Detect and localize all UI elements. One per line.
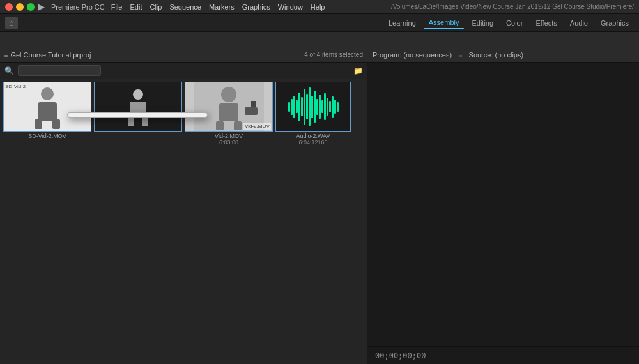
svg-rect-2	[35, 119, 42, 129]
program-monitor-view	[367, 63, 639, 346]
thumb-image	[275, 82, 351, 132]
menu-item-sequence[interactable]: Sequence	[169, 3, 201, 11]
timecode-display: 00;00;00;00	[367, 346, 639, 364]
workspace-tab-color[interactable]: Color	[501, 17, 528, 29]
minimize-button[interactable]	[16, 3, 24, 11]
svg-rect-4	[133, 89, 143, 100]
maximize-button[interactable]	[27, 3, 35, 11]
app-name: Premiere Pro CC	[51, 3, 105, 11]
thumb-item[interactable]: Audio-2.WAV 6:04;12160	[275, 82, 351, 361]
items-count: 4 of 4 items selected	[304, 51, 363, 58]
project-header: ≡ Gel Course Tutorial.prproj 4 of 4 item…	[0, 47, 367, 63]
menu-item-help[interactable]: Help	[311, 3, 325, 11]
header-separator: ≡	[458, 51, 462, 59]
project-filename: Gel Course Tutorial.prproj	[10, 51, 91, 59]
workspace-tab-effects[interactable]: Effects	[530, 17, 562, 29]
list-icon: ≡	[4, 51, 8, 59]
thumb-item[interactable]	[93, 82, 183, 361]
workspace-tab-learning[interactable]: Learning	[383, 17, 421, 29]
thumb-duration: 6:04;12160	[298, 139, 327, 146]
svg-rect-6	[128, 118, 134, 126]
thumb-item[interactable]: Vid-2.MOV Vid-2.MOV 6:03;00	[184, 82, 273, 361]
file-path: /Volumes/LaCie/Images Video/New Course J…	[391, 3, 634, 10]
right-panel: Program: (no sequences) ≡ Source: (no cl…	[367, 47, 639, 364]
menu-item-graphics[interactable]: Graphics	[242, 3, 270, 11]
thumb-image: Vid-2.MOV	[185, 82, 273, 132]
thumbnails-area: SD-Vid-2 SD-Vid-2.MOV	[0, 79, 367, 364]
workspace-tab-editing[interactable]: Editing	[466, 17, 498, 29]
program-monitor-header: Program: (no sequences) ≡ Source: (no cl…	[367, 47, 639, 63]
workspace-tabs: LearningAssemblyEditingColorEffectsAudio…	[383, 17, 634, 29]
svg-rect-0	[41, 87, 54, 100]
menu-item-window[interactable]: Window	[278, 3, 303, 11]
title-bar: ▶ Premiere Pro CC FileEditClipSequenceMa…	[0, 0, 639, 14]
search-input[interactable]	[18, 65, 101, 76]
left-panel: ≡ Gel Course Tutorial.prproj 4 of 4 item…	[0, 47, 367, 364]
svg-rect-13	[245, 107, 258, 115]
svg-rect-11	[216, 121, 224, 130]
menu-item-file[interactable]: File	[111, 3, 123, 11]
thumb-image: SD-Vid-2	[3, 82, 91, 132]
workspace-bar: ⌂ LearningAssemblyEditingColorEffectsAud…	[0, 14, 639, 32]
app-icon: ▶	[38, 2, 45, 11]
panel-tabs	[0, 32, 639, 47]
svg-point-9	[221, 87, 236, 102]
thumb-label: SD-Vid-2.MOV	[28, 133, 66, 139]
svg-rect-7	[142, 118, 148, 126]
main-area: ≡ Gel Course Tutorial.prproj 4 of 4 item…	[0, 47, 639, 364]
svg-rect-3	[52, 119, 60, 129]
source-title: Source: (no clips)	[469, 51, 524, 59]
workspace-tab-audio[interactable]: Audio	[565, 17, 593, 29]
svg-rect-12	[234, 121, 242, 130]
audio-waveform	[288, 87, 339, 126]
folder-icon[interactable]: 📁	[353, 66, 363, 76]
thumb-duration: 6:03;00	[219, 139, 238, 146]
thumb-image	[94, 82, 182, 132]
svg-rect-10	[219, 103, 238, 121]
home-icon[interactable]: ⌂	[5, 17, 18, 29]
program-title: Program: (no sequences)	[373, 51, 452, 59]
menu-item-edit[interactable]: Edit	[130, 3, 142, 11]
thumb-label: Vid-2.MOV	[215, 133, 243, 139]
search-bar: 🔍 📁	[0, 63, 367, 79]
svg-rect-1	[38, 102, 57, 121]
menu-bar: FileEditClipSequenceMarkersGraphicsWindo…	[111, 3, 325, 11]
menu-item-clip[interactable]: Clip	[150, 3, 162, 11]
menu-item-markers[interactable]: Markers	[209, 3, 235, 11]
context-menu	[67, 112, 208, 118]
close-button[interactable]	[5, 3, 13, 11]
thumb-label: Audio-2.WAV	[296, 133, 330, 139]
traffic-lights	[5, 3, 35, 11]
search-icon: 🔍	[4, 66, 14, 76]
thumb-item[interactable]: SD-Vid-2 SD-Vid-2.MOV	[3, 82, 92, 361]
workspace-tab-assembly[interactable]: Assembly	[424, 17, 465, 29]
svg-rect-14	[251, 101, 256, 107]
workspace-tab-graphics[interactable]: Graphics	[596, 17, 634, 29]
